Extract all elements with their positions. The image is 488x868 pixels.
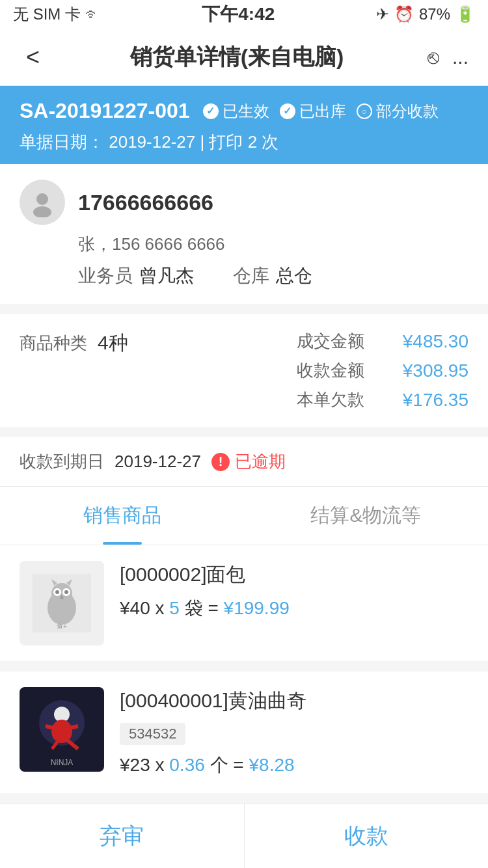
alarm-icon: ⏰ [394,5,414,23]
collected-value: ¥308.95 [384,360,468,381]
nav-right-actions: ⎋ ... [427,46,468,68]
debt-value: ¥176.35 [384,390,468,411]
product-name-2: [000400001]黄油曲奇 [120,687,468,714]
status-right: ✈ ⏰ 87% 🔋 [376,5,475,23]
customer-meta: 业务员 曾凡杰 仓库 总仓 [20,264,468,288]
transaction-value: ¥485.30 [384,331,468,352]
location-icon: ✈ [376,5,389,23]
product-name-1: [0000002]面包 [120,561,468,588]
check-icon-2: ✓ [280,103,295,119]
status-shipped: ✓ 已出库 [280,101,346,122]
customer-name: 17666666666 [78,190,213,215]
due-label: 收款到期日 [20,450,104,473]
page-title: 销货单详情(来自电脑) [130,42,344,72]
check-icon-1: ✓ [203,103,219,119]
product-info-1: [0000002]面包 ¥40 x 5 袋 = ¥199.99 [120,561,468,621]
nav-bar: < 销货单详情(来自电脑) ⎋ ... [0,29,488,86]
sim-label: 无 SIM 卡 ᯤ [13,4,101,25]
clock-icon: ○ [357,103,372,119]
status-left: 无 SIM 卡 ᯤ [13,4,101,25]
product-info-2: [000400001]黄油曲奇 534532 ¥23 x 0.36 个 = ¥8… [120,687,468,778]
category-value: 4种 [98,330,128,357]
product-unit-2: 个 [210,755,228,775]
debt-amount-row: 本单欠款 ¥176.35 [297,388,468,411]
customer-section: 17666666666 张，156 6666 6666 业务员 曾凡杰 仓库 总… [0,164,488,304]
svg-text:鱼+: 鱼+ [57,623,67,630]
warehouse-label: 仓库 [233,264,269,288]
order-date: 2019-12-27 [109,132,195,152]
status-partial-payment: ○ 部分收款 [357,101,439,122]
order-id: SA-20191227-001 [20,99,190,123]
svg-text:NINJA: NINJA [51,758,74,767]
battery-level: 87% [419,5,450,23]
product-price-2: ¥23 x 0.36 个 = ¥8.28 [120,753,468,778]
transaction-amount-row: 成交金额 ¥485.30 [297,330,468,353]
product-thumb-1: 鱼+ [20,561,104,645]
due-date: 2019-12-27 [115,452,201,472]
product-price-label-2: ¥23 [120,755,150,775]
bottom-bar: 弃审 收款 [0,803,488,868]
customer-avatar [20,180,65,225]
due-section: 收款到期日 2019-12-27 ! 已逾期 [0,437,488,487]
product-price-label-1: ¥40 [120,598,150,618]
stats-section: 商品种类 4种 成交金额 ¥485.30 收款金额 ¥308.95 本单欠款 ¥… [0,314,488,427]
collected-label: 收款金额 [297,359,364,382]
tab-sales-product[interactable]: 销售商品 [0,487,244,545]
debt-label: 本单欠款 [297,388,364,411]
status-bar: 无 SIM 卡 ᯤ 下午4:42 ✈ ⏰ 87% 🔋 [0,0,488,29]
more-button[interactable]: ... [452,46,468,68]
battery-icon: 🔋 [455,5,475,23]
product-item-1: 鱼+ [0000002]面包 ¥40 x 5 袋 = ¥199.99 [0,545,488,661]
status-time: 下午4:42 [202,2,275,27]
product-qty-1: 5 [169,598,180,618]
product-thumb-2: NINJA [20,687,104,772]
date-label: 单据日期： [20,132,104,152]
order-banner: SA-20191227-001 ✓ 已生效 ✓ 已出库 ○ 部分收款 单据日期：… [0,86,488,164]
transaction-label: 成交金额 [297,330,364,353]
svg-point-0 [36,193,48,205]
svg-point-1 [33,206,51,217]
tabs-section: 销售商品 结算&物流等 [0,487,488,545]
print-count: 打印 2 次 [209,132,278,152]
cancel-review-button[interactable]: 弃审 [0,804,245,868]
share-button[interactable]: ⎋ [427,46,439,68]
order-date-row: 单据日期： 2019-12-27 | 打印 2 次 [20,131,468,154]
back-button[interactable]: < [20,37,46,77]
product-total-2: ¥8.28 [249,755,294,775]
svg-point-8 [64,590,68,594]
warehouse-value: 总仓 [276,264,312,288]
customer-sub: 张，156 6666 6666 [20,233,468,256]
product-qty-2: 0.36 [169,755,205,775]
tab-settlement[interactable]: 结算&物流等 [244,487,488,545]
status-effective: ✓ 已生效 [203,101,269,122]
svg-point-7 [55,590,59,594]
overdue-badge: ! 已逾期 [211,450,286,473]
product-sku-2: 534532 [120,723,185,745]
category-label: 商品种类 [20,332,87,355]
product-list: 鱼+ [0000002]面包 ¥40 x 5 袋 = ¥199.99 [0,545,488,793]
sales-label: 业务员 [78,264,133,288]
overdue-icon: ! [211,453,230,471]
overdue-text: 已逾期 [235,450,286,473]
collected-amount-row: 收款金额 ¥308.95 [297,359,468,382]
amount-stats: 成交金额 ¥485.30 收款金额 ¥308.95 本单欠款 ¥176.35 [297,330,468,411]
category-stats: 商品种类 4种 [20,330,128,357]
product-item-2: NINJA [000400001]黄油曲奇 534532 ¥23 x 0.36 … [0,671,488,793]
product-price-1: ¥40 x 5 袋 = ¥199.99 [120,596,468,621]
collect-payment-button[interactable]: 收款 [245,804,489,868]
product-unit-1: 袋 [185,598,203,618]
status-tags: ✓ 已生效 ✓ 已出库 ○ 部分收款 [203,101,439,122]
sales-value: 曾凡杰 [139,264,194,288]
product-total-1: ¥199.99 [224,598,290,618]
